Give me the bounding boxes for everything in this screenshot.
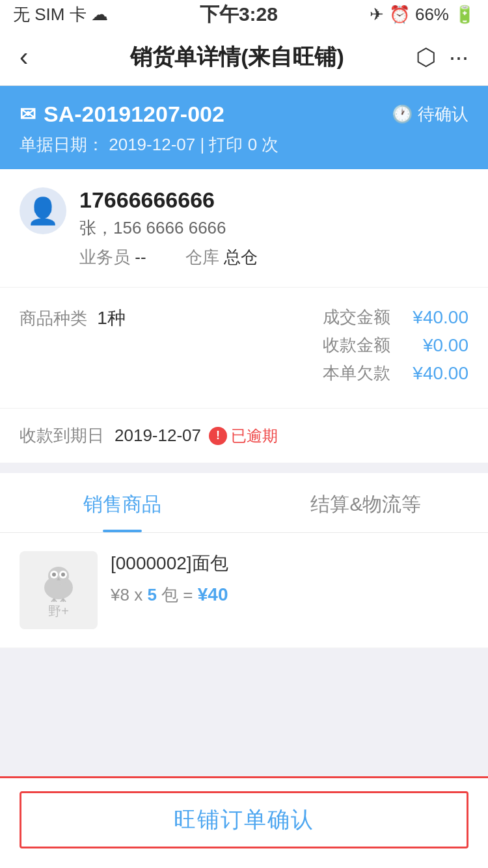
order-icon: ✉ <box>20 103 36 126</box>
tab-products[interactable]: 销售商品 <box>0 473 244 532</box>
owed-amount-value: ¥40.00 <box>403 363 468 384</box>
received-amount-value: ¥0.00 <box>403 335 468 356</box>
more-button[interactable]: ··· <box>449 44 468 71</box>
order-status: 🕐 待确认 <box>392 103 468 126</box>
status-bar-time: 下午3:28 <box>200 1 278 28</box>
product-qty: 5 <box>147 585 156 604</box>
product-thumb-icon: 野+ <box>36 563 81 617</box>
order-id-text: SA-20191207-002 <box>44 102 224 127</box>
customer-avatar: 👤 <box>20 187 66 234</box>
status-bar: 无 SIM 卡 ☁ 下午3:28 ✈ ⏰ 66% 🔋 <box>0 0 488 29</box>
product-item: 野+ [0000002]面包 ¥8 x 5 包 = ¥40 <box>0 533 488 648</box>
avatar-icon: 👤 <box>27 196 59 226</box>
order-date: 2019-12-07 <box>109 135 195 154</box>
stats-section: 商品种类 1种 成交金额 ¥40.00 收款金额 ¥0.00 本单欠款 ¥40.… <box>0 288 488 409</box>
svg-point-5 <box>61 573 65 576</box>
warehouse-value: 总仓 <box>224 247 258 267</box>
customer-phone: 17666666666 <box>79 187 468 213</box>
order-id: ✉ SA-20191207-002 <box>20 102 224 127</box>
received-amount-label: 收款金额 <box>323 334 390 357</box>
order-meta: 单据日期： 2019-12-07 | 打印 0 次 <box>20 133 468 156</box>
nav-bar: ‹ 销货单详情(来自旺铺) ⬡ ··· <box>0 29 488 86</box>
sales-label: 业务员 <box>79 247 130 267</box>
customer-section: 👤 17666666666 张，156 6666 6666 业务员 -- 仓库 … <box>0 169 488 288</box>
sales-value: -- <box>135 247 146 267</box>
status-bar-left: 无 SIM 卡 ☁ <box>13 3 108 26</box>
product-details: [0000002]面包 ¥8 x 5 包 = ¥40 <box>111 551 468 629</box>
tabs-row: 销售商品 结算&物流等 <box>0 473 488 533</box>
product-unit: 包 <box>161 585 178 604</box>
location-icon: ✈ <box>370 5 384 25</box>
received-amount: 收款金额 ¥0.00 <box>323 334 468 357</box>
order-header: ✉ SA-20191207-002 🕐 待确认 单据日期： 2019-12-07… <box>0 86 488 169</box>
deal-amount-label: 成交金额 <box>323 306 390 329</box>
back-button[interactable]: ‹ <box>20 42 59 72</box>
due-date-value: 2019-12-07 <box>115 426 201 446</box>
share-button[interactable]: ⬡ <box>416 44 436 71</box>
owed-amount: 本单欠款 ¥40.00 <box>323 362 468 385</box>
status-clock-icon: 🕐 <box>392 104 413 124</box>
stats-right: 成交金额 ¥40.00 收款金额 ¥0.00 本单欠款 ¥40.00 <box>323 306 468 390</box>
deal-amount-value: ¥40.00 <box>403 307 468 328</box>
product-type: 商品种类 1种 <box>20 306 126 331</box>
status-text: 待确认 <box>418 103 468 126</box>
empty-space <box>0 658 488 789</box>
battery-status: 66% <box>415 5 449 25</box>
alarm-icon: ⏰ <box>389 5 410 25</box>
sim-status: 无 SIM 卡 ☁ <box>13 3 108 26</box>
product-multiply: x <box>134 585 147 604</box>
page-title: 销货单详情(来自旺铺) <box>130 42 344 72</box>
tabs-section: 销售商品 结算&物流等 <box>0 473 488 533</box>
nav-actions: ⬡ ··· <box>416 44 468 71</box>
svg-point-3 <box>52 573 56 576</box>
product-name: [0000002]面包 <box>111 551 468 576</box>
overdue-badge: ! 已逾期 <box>209 426 278 446</box>
product-price: ¥8 x 5 包 = ¥40 <box>111 584 468 606</box>
customer-name: 张，156 6666 6666 <box>79 217 468 239</box>
product-unit-price: ¥8 <box>111 585 129 604</box>
customer-fields: 业务员 -- 仓库 总仓 <box>79 246 468 269</box>
customer-info: 17666666666 张，156 6666 6666 业务员 -- 仓库 总仓 <box>79 187 468 269</box>
product-list: 野+ [0000002]面包 ¥8 x 5 包 = ¥40 <box>0 533 488 648</box>
battery-icon: 🔋 <box>454 5 475 25</box>
confirm-order-button[interactable]: 旺铺订单确认 <box>20 791 468 848</box>
product-thumb-text: 野+ <box>48 604 69 617</box>
warehouse-label: 仓库 <box>185 247 219 267</box>
product-total: ¥40 <box>198 584 228 604</box>
bottom-bar: 旺铺订单确认 <box>0 776 488 868</box>
tab-settlement[interactable]: 结算&物流等 <box>244 473 488 532</box>
due-date-label: 收款到期日 <box>20 424 104 447</box>
print-count: 打印 0 次 <box>209 135 278 154</box>
deal-amount: 成交金额 ¥40.00 <box>323 306 468 329</box>
product-thumbnail: 野+ <box>20 551 98 629</box>
overdue-icon: ! <box>209 427 227 445</box>
due-date-section: 收款到期日 2019-12-07 ! 已逾期 <box>0 409 488 463</box>
product-equals: = <box>183 585 197 604</box>
status-bar-right: ✈ ⏰ 66% 🔋 <box>370 5 475 25</box>
owed-amount-label: 本单欠款 <box>323 362 390 385</box>
overdue-text: 已逾期 <box>231 426 278 446</box>
